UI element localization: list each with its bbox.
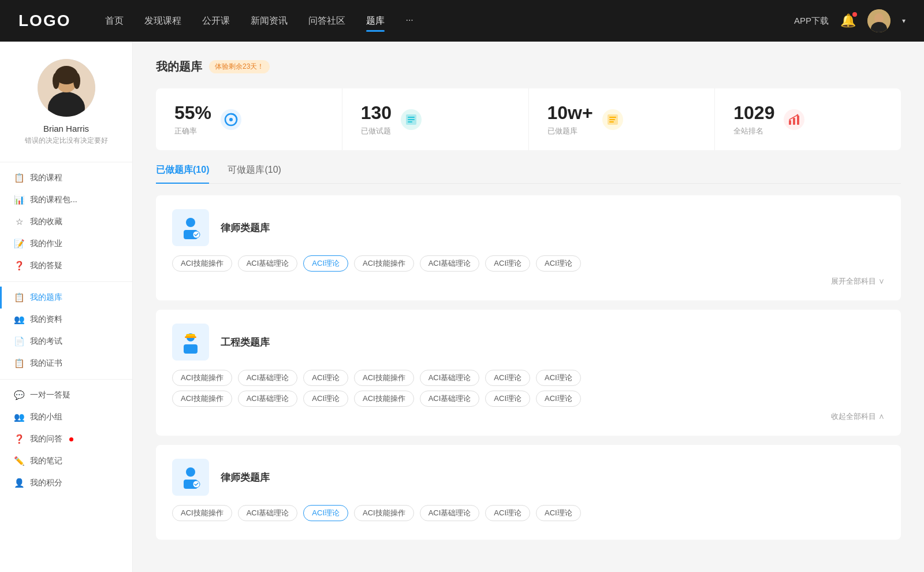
bank-tag[interactable]: ACI理论 [303,370,348,386]
bank-tag[interactable]: ACI基础理论 [238,255,298,272]
bank-tag[interactable]: ACI理论 [536,255,581,272]
svg-point-24 [186,218,195,227]
sidebar-item-my-group[interactable]: 👥 我的小组 [0,406,132,428]
sidebar-item-label: 我的作业 [30,239,62,249]
my-group-icon: 👥 [14,412,24,422]
svg-point-31 [186,467,195,477]
sidebar-menu: 📋 我的课程 📊 我的课程包... ☆ 我的收藏 📝 我的作业 ❓ 我的答疑 � [0,167,132,506]
bank-tag[interactable]: ACI基础理论 [238,370,298,386]
bank-tag[interactable]: ACI技能操作 [172,391,232,407]
qa-notification-dot [69,437,73,441]
bank-tag[interactable]: ACI基础理论 [420,391,480,407]
my-points-icon: 👤 [14,478,24,488]
tab-available-banks[interactable]: 可做题库(10) [228,164,281,183]
my-notes-icon: ✏️ [14,456,24,466]
sidebar-item-label: 我的积分 [30,478,62,488]
sidebar-item-my-data[interactable]: 👥 我的资料 [0,309,132,330]
bank-tag[interactable]: ACI技能操作 [354,505,414,521]
bank-card-1-title: 律师类题库 [221,221,270,235]
stat-done-value: 130 [361,102,392,124]
sidebar-item-course-package[interactable]: 📊 我的课程包... [0,189,132,211]
tab-done-banks[interactable]: 已做题库(10) [156,164,209,183]
svg-rect-20 [789,120,791,125]
course-package-icon: 📊 [14,195,24,205]
nav-home[interactable]: 首页 [105,13,124,29]
bank-tag[interactable]: ACI理论 [536,391,581,407]
bank-card-1-icon [172,209,209,246]
sidebar-item-homework[interactable]: 📝 我的作业 [0,233,132,255]
sidebar-item-my-courses[interactable]: 📋 我的课程 [0,167,132,189]
sidebar-item-my-questions[interactable]: ❓ 我的答疑 [0,255,132,277]
svg-point-8 [53,73,59,89]
sidebar-item-one-on-one[interactable]: 💬 一对一答疑 [0,384,132,406]
sidebar-item-my-certificate[interactable]: 📋 我的证书 [0,352,132,374]
sidebar-item-my-points[interactable]: 👤 我的积分 [0,472,132,494]
bank-tag[interactable]: ACI理论 [536,370,581,386]
bank-card-3-tags: ACI技能操作 ACI基础理论 ACI理论 ACI技能操作 ACI基础理论 AC… [172,505,885,521]
svg-point-23 [797,114,799,116]
stat-banks-text: 10w+ 已做题库 [547,102,593,136]
bank-tag[interactable]: ACI基础理论 [420,370,480,386]
nav-discover[interactable]: 发现课程 [144,13,181,29]
stat-ranking-value: 1029 [733,102,774,124]
sidebar-item-label: 我的问答 [30,434,62,444]
bank-card-2-expand[interactable]: 收起全部科目 ∧ [172,411,885,422]
sidebar-item-label: 我的资料 [30,314,62,325]
main-layout: Brian Harris 错误的决定比没有决定要好 📋 我的课程 📊 我的课程包… [0,42,924,572]
sidebar-item-label: 我的小组 [30,412,62,422]
my-qa-icon: ❓ [14,434,24,444]
logo[interactable]: LOGO [18,12,70,30]
navbar-chevron-icon[interactable]: ▾ [902,17,906,25]
stat-accuracy-label: 正确率 [174,126,211,136]
bank-tag[interactable]: ACI理论 [485,391,530,407]
bank-tag[interactable]: ACI理论 [485,370,530,386]
sidebar-item-my-bank[interactable]: 📋 我的题库 [0,287,132,309]
stat-banks-label: 已做题库 [547,126,593,136]
navbar: LOGO 首页 发现课程 公开课 新闻资讯 问答社区 题库 ··· APP下载 … [0,0,924,42]
bank-card-3-header: 律师类题库 [172,459,885,496]
bank-tag[interactable]: ACI基础理论 [420,505,480,521]
bank-card-2: 工程类题库 ACI技能操作 ACI基础理论 ACI理论 ACI技能操作 ACI基… [156,310,901,436]
bank-tag[interactable]: ACI技能操作 [354,370,414,386]
nav-more[interactable]: ··· [405,13,413,29]
one-on-one-icon: 💬 [14,390,24,400]
sidebar-item-label: 我的课程 [30,173,62,183]
bank-tag[interactable]: ACI技能操作 [172,505,232,521]
bank-tag[interactable]: ACI基础理论 [420,255,480,272]
nav-qa[interactable]: 问答社区 [308,13,345,29]
sidebar-username: Brian Harris [43,124,89,133]
page-header: 我的题库 体验剩余23天！ [156,59,901,75]
sidebar-item-my-qa[interactable]: ❓ 我的问答 [0,428,132,450]
sidebar-item-my-notes[interactable]: ✏️ 我的笔记 [0,450,132,472]
bank-card-2-tags-row2: ACI技能操作 ACI基础理论 ACI理论 ACI技能操作 ACI基础理论 AC… [172,391,885,407]
svg-rect-15 [408,121,412,122]
bank-tag-active[interactable]: ACI理论 [303,255,348,272]
bank-tag[interactable]: ACI技能操作 [172,255,232,272]
bank-tag[interactable]: ACI技能操作 [172,370,232,386]
bank-tag-active[interactable]: ACI理论 [303,505,348,521]
bank-card-1-expand[interactable]: 展开全部科目 ∨ [172,276,885,287]
sidebar-divider3 [0,379,132,380]
bank-tag[interactable]: ACI技能操作 [354,255,414,272]
notification-bell[interactable]: 🔔 [840,13,856,28]
avatar[interactable] [867,9,891,32]
stat-ranking-label: 全站排名 [733,126,774,136]
sidebar-profile: Brian Harris 错误的决定比没有决定要好 [0,59,132,157]
stat-banks-value: 10w+ [547,102,593,124]
sidebar-item-my-exam[interactable]: 📄 我的考试 [0,330,132,352]
bank-tag[interactable]: ACI理论 [536,505,581,521]
bank-tag[interactable]: ACI理论 [303,391,348,407]
app-download-button[interactable]: APP下载 [794,16,829,27]
svg-rect-21 [793,118,795,125]
bank-tag[interactable]: ACI理论 [485,255,530,272]
bank-tag[interactable]: ACI基础理论 [238,505,298,521]
svg-rect-19 [609,121,614,122]
bank-tag[interactable]: ACI技能操作 [354,391,414,407]
nav-menu: 首页 发现课程 公开课 新闻资讯 问答社区 题库 ··· [105,13,771,29]
nav-question-bank[interactable]: 题库 [366,13,385,29]
nav-open-course[interactable]: 公开课 [202,13,230,29]
nav-news[interactable]: 新闻资讯 [251,13,288,29]
bank-tag[interactable]: ACI基础理论 [238,391,298,407]
sidebar-item-favorites[interactable]: ☆ 我的收藏 [0,211,132,233]
bank-tag[interactable]: ACI理论 [485,505,530,521]
